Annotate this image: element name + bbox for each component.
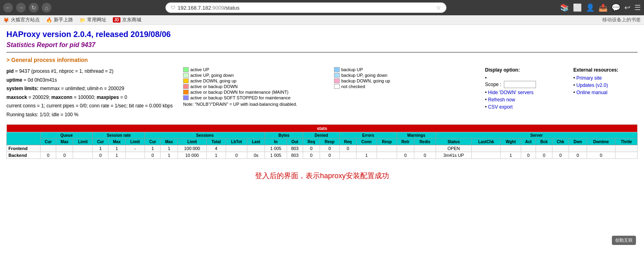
th-errors-req: Req — [340, 138, 356, 145]
refresh-now[interactable]: Refresh now — [485, 97, 565, 103]
updates-item[interactable]: Updates (v2.0) — [573, 82, 638, 88]
th-bytes: Bytes — [265, 132, 303, 138]
backend-errors-conn: 1 — [356, 152, 377, 158]
updates-link[interactable]: Updates (v2.0) — [577, 82, 608, 88]
backend-sessions-lbtot: 0 — [226, 152, 247, 158]
col-group-row: Queue Session rate Sessions Bytes Denied… — [7, 132, 638, 138]
legend-color-bdgu — [334, 78, 340, 83]
legend-color-notchecked — [334, 84, 340, 89]
chat-icon[interactable]: 💬 — [611, 3, 620, 12]
bookmark-icon-3: JD — [113, 17, 120, 23]
page-title: HAProxy version 2.0.4, released 2019/08/… — [6, 30, 638, 39]
tabs-icon[interactable]: ⬜ — [573, 3, 582, 12]
browser-chrome: ← → ↻ ⌂ 🛡 192.168.7.182:9009/status ☆ 📚 … — [0, 0, 644, 15]
frontend-sessions-lbtot — [226, 145, 247, 152]
th-sessions: Sessions — [145, 132, 265, 138]
frontend-lastchk — [472, 145, 501, 152]
frontend-dwntme — [587, 145, 615, 152]
forward-button[interactable]: → — [16, 3, 26, 12]
th-dwntme: Dwntme — [587, 138, 615, 145]
reload-button[interactable]: ↻ — [29, 3, 39, 12]
frontend-sessions-total: 4 — [207, 145, 226, 152]
home-button[interactable]: ⌂ — [42, 3, 51, 12]
refresh-now-link[interactable]: Refresh now — [488, 97, 515, 103]
csv-export-link[interactable]: CSV export — [488, 104, 513, 110]
online-manual-link[interactable]: Online manual — [577, 90, 607, 95]
scope-input[interactable] — [504, 81, 536, 88]
external-resources: External resources: Primary site Updates… — [573, 67, 638, 119]
frontend-thrtle — [615, 145, 638, 152]
legend-not-checked: not checked — [334, 84, 477, 89]
frontend-sessrate-cur: 1 — [93, 145, 108, 152]
legend-active-down-going-up: active DOWN, going up — [183, 78, 326, 83]
th-warnings: Warnings — [397, 132, 436, 138]
legend-note: Note: "NOLB"/"DRAIN" = UP with load-bala… — [183, 102, 477, 107]
info-area: pid = 9437 (process #1, nbproc = 1, nbth… — [6, 67, 638, 119]
legend-color-abdown — [183, 84, 189, 89]
backend-errors-resp — [377, 152, 397, 158]
page-subtitle: Statistics Report for pid 9437 — [6, 41, 638, 49]
bookmark-newuser[interactable]: 🔥 新手上路 — [46, 16, 73, 23]
legend-backup-up-going-down: backup UP, going down — [334, 73, 477, 78]
primary-site-link[interactable]: Primary site — [577, 75, 602, 81]
bookmark-mozilla[interactable]: 🦊 火狐官方站点 — [3, 16, 40, 23]
scope-label: Scope : — [485, 82, 501, 87]
frontend-bytes-out: 803 — [287, 145, 303, 152]
divider — [6, 52, 638, 53]
bookmark-jd[interactable]: JD 京东商城 — [113, 16, 141, 23]
account-icon[interactable]: 👤 — [586, 3, 595, 12]
frontend-sessions-limit: 100 000 — [177, 145, 206, 152]
frontend-warnings-retr — [397, 145, 414, 152]
share-icon[interactable]: 📤 — [599, 3, 607, 12]
frontend-queue-max — [56, 145, 73, 152]
frontend-queue-limit — [73, 145, 93, 152]
frontend-wght — [501, 145, 521, 152]
backend-queue-limit — [73, 152, 93, 158]
backend-denied-req: 0 — [303, 152, 320, 158]
legend-maint: active or backup DOWN for maintenance (M… — [183, 90, 326, 95]
th-dwn: Dwn — [569, 138, 587, 145]
legend-active-up-going-down: active UP, going down — [183, 73, 326, 78]
th-act: Act — [521, 138, 536, 145]
backend-act: 0 — [521, 152, 536, 158]
mobile-bookmarks[interactable]: 移动设备上的书签 — [602, 16, 641, 23]
bookmark-icon-2: 📁 — [79, 17, 86, 23]
hide-down-link[interactable]: Hide 'DOWN' servers — [488, 90, 534, 95]
main-content: HAProxy version 2.0.4, released 2019/08/… — [0, 25, 644, 193]
backend-errors-req — [340, 152, 356, 158]
address-bar[interactable]: 🛡 192.168.7.182:9009/status ☆ — [165, 2, 446, 13]
th-queue-cur: Cur — [41, 138, 56, 145]
backend-sessrate-max: 1 — [108, 152, 125, 158]
bookmark-common[interactable]: 📁 常用网址 — [79, 16, 106, 23]
info-line2: uptime = 0d 0h03m41s — [6, 76, 175, 85]
legend-color-backup-up — [334, 67, 340, 72]
external-resources-list: Primary site Updates (v2.0) Online manua… — [573, 75, 638, 95]
legend-active-backup-down: active or backup DOWN — [183, 84, 326, 89]
external-resources-title: External resources: — [573, 67, 638, 73]
frontend-sessions-last — [247, 145, 265, 152]
hide-down-servers[interactable]: Hide 'DOWN' servers — [485, 90, 565, 95]
legend-color-soft — [183, 95, 189, 100]
frontend-errors-conn — [356, 145, 377, 152]
star-icon[interactable]: ☆ — [436, 4, 441, 11]
row-frontend-label: Frontend — [7, 145, 41, 152]
section-header-row: stats — [7, 124, 638, 132]
frontend-errors-req: 0 — [340, 145, 356, 152]
backend-sessions-total: 1 — [207, 152, 226, 158]
online-manual-item[interactable]: Online manual — [573, 90, 638, 95]
th-sessrate-cur: Cur — [93, 138, 108, 145]
menu-icon[interactable]: ☰ — [634, 3, 641, 12]
back-button[interactable]: ← — [3, 3, 13, 12]
library-icon[interactable]: 📚 — [560, 3, 569, 12]
legend-color-maint — [183, 90, 189, 95]
table-row: Frontend 1 1 - 1 1 100 000 4 1 005 803 0 — [7, 145, 638, 152]
primary-site-item[interactable]: Primary site — [573, 75, 638, 81]
th-bck: Bck — [536, 138, 552, 145]
display-options-title: Display option: — [485, 67, 565, 73]
th-lastchk: LastChk — [472, 138, 501, 145]
bookmark-icon-0: 🦊 — [3, 17, 9, 23]
backend-bytes-out: 803 — [287, 152, 303, 158]
undo-icon[interactable]: ↩ — [624, 3, 630, 12]
backend-sessions-max: 1 — [161, 152, 177, 158]
csv-export[interactable]: CSV export — [485, 104, 565, 110]
